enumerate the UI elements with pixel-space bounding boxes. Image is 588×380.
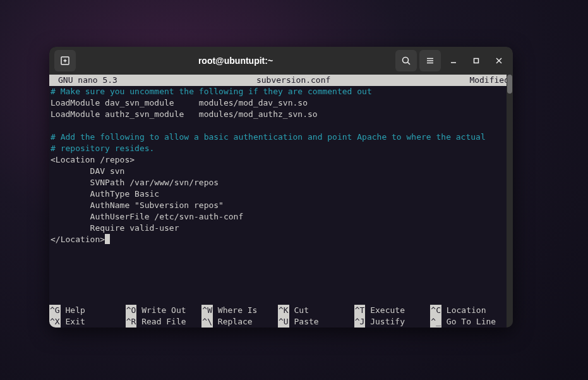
nano-shortcut-footer: ^G Help ^O Write Out ^W Where Is ^K Cut … xyxy=(49,305,507,328)
window-title: root@ubuntupit:~ xyxy=(78,56,393,66)
terminal-window: root@ubuntupit:~ GNU nano 5.3 subversion… xyxy=(49,47,513,328)
hamburger-icon xyxy=(425,56,435,66)
nano-editor-body[interactable]: # Make sure you uncomment the following … xyxy=(49,86,513,245)
svg-point-3 xyxy=(403,58,409,63)
scrollbar-thumb[interactable] xyxy=(507,75,512,94)
shortcut-whereis: ^W Where Is xyxy=(201,305,278,316)
editor-line: LoadModule dav_svn_module modules/mod_da… xyxy=(51,98,308,107)
shortcut-replace: ^\ Replace xyxy=(201,316,278,328)
editor-line: AuthName "Subversion repos" xyxy=(51,200,224,210)
editor-line: # Add the following to allow a basic aut… xyxy=(51,132,486,142)
nano-header-bar: GNU nano 5.3 subversion.conf Modified xyxy=(49,75,513,86)
shortcut-exit: ^X Exit xyxy=(49,316,126,328)
shortcut-writeout: ^O Write Out xyxy=(126,305,202,316)
editor-line: <Location /repos> xyxy=(51,155,135,164)
terminal-viewport[interactable]: GNU nano 5.3 subversion.conf Modified # … xyxy=(49,75,513,328)
editor-line: DAV svn xyxy=(51,166,124,176)
editor-line: # repository resides. xyxy=(51,144,154,153)
close-icon xyxy=(495,57,503,64)
search-icon xyxy=(401,56,411,66)
editor-line: LoadModule authz_svn_module modules/mod_… xyxy=(51,109,318,119)
scrollbar[interactable] xyxy=(507,75,513,328)
new-tab-icon xyxy=(60,56,70,66)
text-cursor xyxy=(105,234,110,244)
shortcut-gotoline: ^_ Go To Line xyxy=(430,316,507,328)
footer-row-1: ^G Help ^O Write Out ^W Where Is ^K Cut … xyxy=(49,305,507,316)
shortcut-execute: ^T Execute xyxy=(354,305,431,316)
shortcut-paste: ^U Paste xyxy=(278,316,354,328)
editor-line: SVNPath /var/www/svn/repos xyxy=(51,178,219,187)
nano-version: GNU nano 5.3 xyxy=(51,75,117,86)
maximize-icon xyxy=(472,57,480,64)
editor-line: </Location> xyxy=(51,235,105,244)
new-tab-button[interactable] xyxy=(54,50,76,71)
editor-line: Require valid-user xyxy=(51,223,179,233)
shortcut-justify: ^J Justify xyxy=(354,316,431,328)
shortcut-cut: ^K Cut xyxy=(278,305,354,316)
search-button[interactable] xyxy=(395,50,417,71)
nano-modified-flag: Modified xyxy=(469,75,512,86)
shortcut-help: ^G Help xyxy=(49,305,126,316)
shortcut-location: ^C Location xyxy=(430,305,507,316)
close-button[interactable] xyxy=(489,51,509,71)
nano-filename: subversion.conf xyxy=(117,75,469,86)
editor-line: AuthUserFile /etc/svn-auth-conf xyxy=(51,212,243,221)
titlebar: root@ubuntupit:~ xyxy=(49,47,513,75)
minimize-button[interactable] xyxy=(443,51,464,71)
minimize-icon xyxy=(450,57,457,64)
svg-rect-9 xyxy=(474,59,479,63)
maximize-button[interactable] xyxy=(466,51,486,71)
menu-button[interactable] xyxy=(419,50,441,71)
editor-line: # Make sure you uncomment the following … xyxy=(51,87,372,96)
svg-line-4 xyxy=(408,63,411,65)
shortcut-readfile: ^R Read File xyxy=(126,316,202,328)
editor-line: AuthType Basic xyxy=(51,189,159,199)
footer-row-2: ^X Exit ^R Read File ^\ Replace ^U Paste… xyxy=(49,316,507,328)
